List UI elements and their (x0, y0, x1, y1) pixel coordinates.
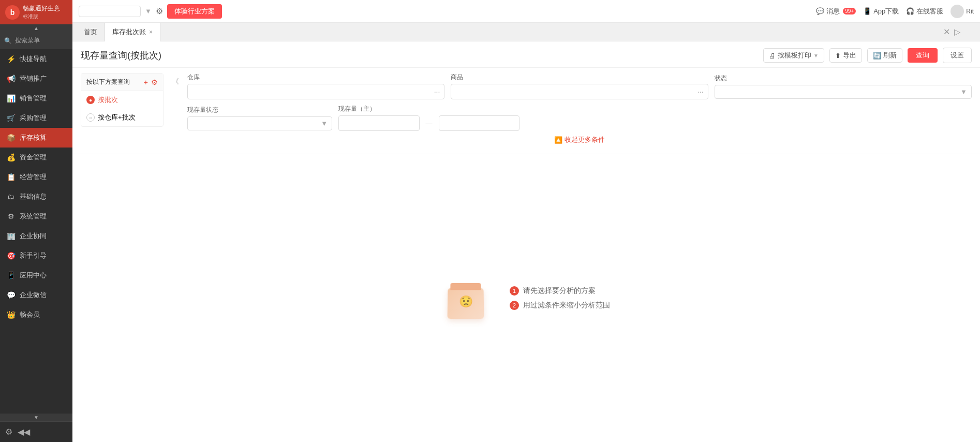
collapse-scheme-button[interactable]: 《 (172, 73, 179, 86)
export-button[interactable]: ⬆ 导出 (829, 48, 862, 63)
filter-group-warehouse: 仓库 ··· (187, 73, 444, 99)
sidebar-item-label: 基础信息 (20, 192, 47, 201)
app-download-label: App下载 (873, 7, 899, 16)
page-header: 现存量查询(按批次) 🖨 按模板打印 ▼ ⬆ 导出 🔄 刷新 (72, 41, 980, 68)
sidebar-item-wechat[interactable]: 💬 企业微信 (0, 285, 72, 305)
warehouse-dots[interactable]: ··· (434, 87, 440, 96)
step-num-1: 1 (510, 286, 519, 296)
expand-icon[interactable]: ▷ (954, 27, 960, 37)
stock-status-select[interactable]: ▼ (187, 116, 332, 130)
user-menu[interactable]: Rit (951, 5, 974, 18)
status-arrow: ▼ (960, 88, 967, 96)
sidebar-item-guide[interactable]: 🎯 新手引导 (0, 246, 72, 266)
guide-icon: 🎯 (6, 251, 16, 260)
export-label: 导出 (843, 51, 856, 60)
messages-button[interactable]: 💬 消息 99+ (816, 7, 856, 16)
refresh-icon: 🔄 (873, 52, 881, 60)
tab-home[interactable]: 首页 (77, 23, 105, 41)
step-num-2: 2 (510, 301, 519, 310)
tab-inventory-batch[interactable]: 库存批次账 × (105, 23, 160, 41)
topbar-search-input[interactable] (79, 6, 141, 17)
settings-footer-icon[interactable]: ⚙ (5, 427, 12, 437)
settings-button[interactable]: 设置 (943, 48, 972, 63)
stock-qty-max-input[interactable] (439, 115, 520, 131)
search-label: 搜索菜单 (15, 36, 40, 45)
sidebar-item-marketing[interactable]: 📢 营销推广 (0, 69, 72, 89)
query-button[interactable]: 查询 (908, 48, 938, 63)
sidebar-item-enterprise[interactable]: 🏢 企业协同 (0, 226, 72, 246)
sidebar-item-sales[interactable]: 📊 销售管理 (0, 89, 72, 108)
print-button[interactable]: 🖨 按模板打印 ▼ (763, 48, 824, 63)
refresh-button[interactable]: 🔄 刷新 (867, 48, 902, 63)
customer-service-label: 在线客服 (916, 7, 943, 16)
tab-close-button[interactable]: × (149, 28, 153, 36)
stock-qty-label: 现存量（主） (338, 105, 519, 113)
sidebar-item-finance[interactable]: 💰 资金管理 (0, 148, 72, 167)
sidebar-item-inventory[interactable]: 📦 库存核算 (0, 128, 72, 148)
scheme-settings-icon[interactable]: ⚙ (151, 78, 158, 86)
sidebar-item-label: 营销推广 (20, 74, 47, 83)
topbar-dropdown-icon[interactable]: ▼ (145, 7, 152, 15)
messages-label: 消息 (826, 7, 840, 16)
operation-icon: 📋 (6, 172, 16, 182)
step-2-text: 用过滤条件来缩小分析范围 (523, 301, 610, 310)
sidebar-scroll-up[interactable]: ▲ (0, 24, 72, 32)
sidebar-item-quick-nav[interactable]: ⚡ 快捷导航 (0, 49, 72, 69)
scheme-item-by-batch[interactable]: ● 按批次 (81, 91, 163, 109)
sidebar-item-operation[interactable]: 📋 经营管理 (0, 167, 72, 187)
empty-step-2: 2 用过滤条件来缩小分析范围 (510, 301, 610, 310)
product-dots[interactable]: ··· (697, 87, 704, 96)
avatar (951, 5, 964, 18)
sidebar-search[interactable]: 🔍 搜索菜单 (0, 32, 72, 49)
export-icon: ⬆ (835, 52, 841, 60)
print-dropdown-icon[interactable]: ▼ (813, 53, 819, 58)
filter-group-product: 商品 ··· (451, 73, 708, 99)
scheme-item-by-warehouse-batch[interactable]: ○ 按仓库+批次 (81, 109, 163, 126)
sidebar-item-label: 应用中心 (20, 271, 47, 280)
sidebar-item-member[interactable]: 👑 畅会员 (0, 305, 72, 325)
sidebar-item-label: 经营管理 (20, 172, 47, 182)
collapse-sidebar-icon[interactable]: ◀◀ (18, 427, 30, 437)
tab-home-label: 首页 (84, 27, 97, 37)
purchase-icon: 🛒 (6, 113, 16, 123)
close-panel-icon[interactable]: ✕ (943, 27, 950, 37)
sidebar-item-label: 企业协同 (20, 231, 47, 241)
warehouse-input[interactable]: ··· (187, 84, 444, 99)
search-icon: 🔍 (4, 37, 12, 45)
sidebar-item-purchase[interactable]: 🛒 采购管理 (0, 108, 72, 128)
product-label: 商品 (451, 73, 708, 82)
app-name: 畅赢通好生意 (23, 4, 60, 13)
page: 现存量查询(按批次) 🖨 按模板打印 ▼ ⬆ 导出 🔄 刷新 (72, 41, 980, 442)
scheme-panel: 按以下方案查询 + ⚙ ● 按批次 ○ 按仓库+批次 (81, 73, 164, 127)
status-select[interactable]: ▼ (715, 85, 972, 99)
sidebar-scroll-down[interactable]: ▼ (0, 414, 72, 421)
filter-group-stock-qty: 现存量（主） — (338, 105, 519, 131)
filter-row-1: 仓库 ··· 商品 ··· (187, 73, 972, 99)
add-scheme-icon[interactable]: + (144, 78, 148, 86)
sidebar-item-apps[interactable]: 📱 应用中心 (0, 266, 72, 285)
filter-area: 按以下方案查询 + ⚙ ● 按批次 ○ 按仓库+批次 (72, 68, 980, 154)
page-header-actions: 🖨 按模板打印 ▼ ⬆ 导出 🔄 刷新 查询 设置 (763, 48, 972, 63)
sidebar-item-system[interactable]: ⚙ 系统管理 (0, 207, 72, 226)
messages-badge: 99+ (843, 8, 856, 14)
content-area: 现存量查询(按批次) 🖨 按模板打印 ▼ ⬆ 导出 🔄 刷新 (72, 41, 980, 442)
collapse-more-button[interactable]: 🔼 收起更多条件 (187, 131, 972, 149)
customer-service-button[interactable]: 🎧 在线客服 (906, 7, 943, 16)
topbar-settings-icon[interactable]: ⚙ (156, 6, 163, 16)
sales-icon: 📊 (6, 94, 16, 103)
product-input[interactable]: ··· (451, 84, 708, 99)
empty-instructions: 1 请先选择要分析的方案 2 用过滤条件来缩小分析范围 (510, 286, 610, 310)
trial-button[interactable]: 体验行业方案 (167, 4, 222, 19)
print-icon: 🖨 (769, 52, 776, 60)
sidebar-item-label: 库存核算 (20, 133, 47, 142)
app-download-button[interactable]: 📱 App下载 (863, 7, 899, 16)
page-title: 现存量查询(按批次) (81, 49, 161, 62)
sidebar-item-label: 新手引导 (20, 251, 47, 260)
sidebar-item-basic[interactable]: 🗂 基础信息 (0, 187, 72, 207)
step-1-text: 请先选择要分析的方案 (523, 286, 596, 296)
basic-icon: 🗂 (6, 192, 16, 201)
stock-qty-min-input[interactable] (338, 115, 420, 131)
enterprise-icon: 🏢 (6, 231, 16, 241)
scheme-label-by-warehouse-batch: 按仓库+批次 (98, 113, 136, 122)
tab-active-label: 库存批次账 (112, 27, 146, 37)
